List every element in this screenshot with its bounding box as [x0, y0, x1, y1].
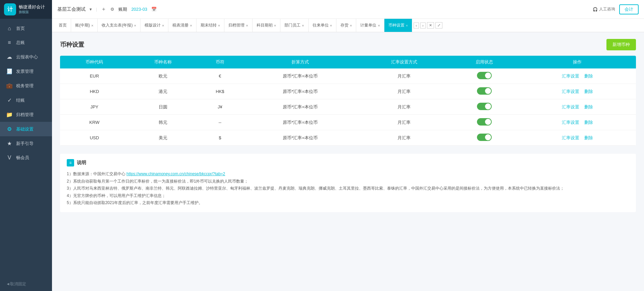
tab-inventory[interactable]: 存货 ×: [336, 19, 356, 32]
accountant-button[interactable]: 会计: [619, 4, 639, 14]
cell-name-3: 韩元: [129, 115, 198, 130]
note-link[interactable]: https://www.chinamoney.com.cn/chinese/bk…: [126, 172, 225, 176]
cell-status-2[interactable]: [450, 99, 519, 115]
cell-calc-4: 原币*汇率=本位币: [243, 130, 358, 146]
sidebar-item-tax[interactable]: 💼税务管理: [0, 79, 52, 93]
nav-label-guide: 新手引导: [16, 141, 34, 147]
tab-close-partner[interactable]: ×: [330, 23, 332, 28]
tab-taxclear[interactable]: 税表清册 ×: [168, 19, 196, 32]
tab-label-income: 收入支出表(年报): [102, 22, 132, 28]
toggle-1[interactable]: [477, 87, 492, 95]
toggle-2[interactable]: [477, 103, 492, 110]
nav-label-close: 结账: [16, 97, 25, 103]
settings-icon[interactable]: ⚙: [110, 7, 114, 12]
tab-close-dept[interactable]: ×: [302, 23, 304, 28]
delete-4[interactable]: 删除: [584, 135, 593, 140]
tab-close-income[interactable]: ×: [134, 23, 136, 28]
table-row: KRW 韩元 -- 原币*汇率=本位币 月汇率 汇率设置 删除: [60, 115, 636, 130]
table-body: EUR 欧元 € 原币*汇率=本位币 月汇率 汇率设置 删除 HKD 港元 HK…: [60, 68, 636, 146]
tab-period[interactable]: 账(中期) ×: [71, 19, 98, 32]
nav-icon-ledger: ≡: [6, 40, 13, 46]
tab-unit[interactable]: 计量单位 ×: [356, 19, 384, 32]
rate-settings-4[interactable]: 汇率设置: [562, 135, 579, 140]
cell-rate-3: 月汇率: [358, 115, 450, 130]
tab-close-template[interactable]: ×: [162, 23, 164, 28]
nav-icon-home: ⌂: [6, 26, 13, 32]
sidebar-nav: ⌂首页≡总账☁云报表中心🧾发票管理💼税务管理✓结账📁归档管理⚙基础设置★新手引导…: [0, 19, 52, 277]
cell-actions-1: 汇率设置 删除: [519, 84, 636, 99]
sidebar-item-guide[interactable]: ★新手引导: [0, 136, 52, 151]
tab-close-taxclear[interactable]: ×: [190, 23, 192, 28]
tab-close-all-button[interactable]: ✕: [427, 22, 434, 29]
tab-expand-button[interactable]: ⤢: [435, 22, 442, 29]
sidebar-item-ledger[interactable]: ≡总账: [0, 36, 52, 50]
delete-1[interactable]: 删除: [584, 89, 593, 94]
cell-symbol-4: $: [198, 130, 243, 146]
col-symbol: 币符: [198, 56, 243, 68]
delete-2[interactable]: 删除: [584, 104, 593, 109]
table-row: HKD 港元 HK$ 原币*汇率=本位币 月汇率 汇率设置 删除: [60, 84, 636, 99]
tab-yearend[interactable]: 期末结转 ×: [197, 19, 224, 32]
sidebar-pin-toggle[interactable]: ◄取消固定: [0, 277, 52, 291]
tab-subjects[interactable]: 科目期初 ×: [253, 19, 280, 32]
tab-income[interactable]: 收入支出表(年报) ×: [98, 19, 140, 32]
period-value: 2023-03: [131, 7, 147, 12]
sidebar-item-close[interactable]: ✓结账: [0, 93, 52, 107]
sidebar-item-home[interactable]: ⌂首页: [0, 21, 52, 36]
service-button[interactable]: 🎧 人工咨询: [593, 6, 615, 12]
toggle-3[interactable]: [477, 118, 492, 126]
tab-close-yearend[interactable]: ×: [218, 23, 220, 28]
table-header: 币种代码 币种名称 币符 折算方式 汇率设置方式 启用状态 操作: [60, 56, 636, 68]
sidebar-item-invoice[interactable]: 🧾发票管理: [0, 64, 52, 79]
tab-home[interactable]: 首页: [55, 19, 71, 32]
tab-close-unit[interactable]: ×: [378, 23, 380, 28]
rate-settings-1[interactable]: 汇率设置: [562, 89, 579, 94]
cell-status-4[interactable]: [450, 130, 519, 146]
tab-template[interactable]: 模版设计 ×: [141, 19, 168, 32]
col-rate-type: 汇率设置方式: [358, 56, 450, 68]
cell-status-0[interactable]: [450, 68, 519, 84]
topbar: 基层工会测试 ▾ | ＋ ⚙ 账期 2023-03 📅 🎧 人工咨询 会计: [52, 0, 644, 19]
sidebar-item-member[interactable]: V畅会员: [0, 151, 52, 165]
nav-icon-guide: ★: [6, 140, 13, 147]
page-header: 币种设置 新增币种: [60, 39, 636, 50]
tab-close-inventory[interactable]: ×: [350, 23, 352, 28]
tab-label-partner: 往来单位: [313, 22, 329, 28]
tab-close-subjects[interactable]: ×: [274, 23, 276, 28]
tab-next-button[interactable]: ›: [420, 22, 426, 29]
rate-settings-0[interactable]: 汇率设置: [562, 74, 579, 79]
tab-currency[interactable]: 币种设置 ×: [384, 19, 412, 32]
note-item-3: 4）无官方牌价的币种，可以用用户手工维护汇率信息；: [67, 192, 629, 200]
tab-close-archive[interactable]: ×: [246, 23, 248, 28]
tab-label-yearend: 期末结转: [201, 22, 217, 28]
tab-close-currency[interactable]: ×: [406, 23, 408, 28]
tab-partner[interactable]: 往来单位 ×: [309, 19, 336, 32]
tab-label-inventory: 存货: [340, 22, 348, 28]
calendar-icon[interactable]: 📅: [151, 7, 157, 12]
sidebar-item-archive[interactable]: 📁归档管理: [0, 107, 52, 122]
new-currency-button[interactable]: 新增币种: [606, 39, 636, 50]
rate-settings-3[interactable]: 汇率设置: [562, 120, 579, 125]
col-name: 币种名称: [129, 56, 198, 68]
nav-icon-archive: 📁: [6, 111, 13, 118]
toggle-0[interactable]: [477, 72, 492, 79]
delete-0[interactable]: 删除: [584, 74, 593, 79]
company-dropdown-icon[interactable]: ▾: [90, 7, 92, 12]
cell-status-1[interactable]: [450, 84, 519, 99]
delete-3[interactable]: 删除: [584, 120, 593, 125]
cell-symbol-0: €: [198, 68, 243, 84]
tab-close-period[interactable]: ×: [91, 23, 93, 28]
tab-dept[interactable]: 部门员工 ×: [280, 19, 308, 32]
cell-rate-0: 月汇率: [358, 68, 450, 84]
sidebar-item-settings[interactable]: ⚙基础设置: [0, 122, 52, 136]
tab-archive[interactable]: 归档管理 ×: [224, 19, 252, 32]
cell-symbol-2: J¥: [198, 99, 243, 115]
cell-status-3[interactable]: [450, 115, 519, 130]
note-item-4: 5）系统只能自动抓取2021年度后的汇率，之前年度汇率需要用户手工维护。: [67, 199, 629, 207]
rate-settings-2[interactable]: 汇率设置: [562, 104, 579, 109]
toggle-4[interactable]: [477, 134, 492, 141]
add-tab-button[interactable]: ＋: [101, 6, 106, 13]
tab-prev-button[interactable]: ‹: [414, 22, 419, 29]
cell-rate-4: 月汇率: [358, 130, 450, 146]
sidebar-item-reports[interactable]: ☁云报表中心: [0, 50, 52, 64]
